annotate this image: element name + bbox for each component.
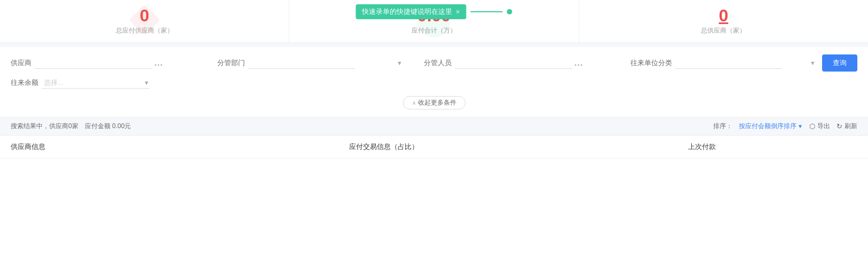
tooltip-close-button[interactable]: × [455,7,460,16]
collapse-button[interactable]: ∧ 收起更多条件 [403,96,465,109]
filter-supplier: 供应商 ... [11,57,196,69]
filter-manager: 分管人员 ... [424,57,609,69]
collapse-arrow-icon: ∧ [412,100,416,106]
query-button[interactable]: 查询 [822,54,857,72]
collapse-row: ∧ 收起更多条件 [11,94,857,114]
result-bar: 搜索结果中，供应商0家 应付金额 0.00元 排序： 按应付会额倒序排序 ▼ ⬡… [0,117,868,136]
unit-label: 往来单位分类 [630,58,672,68]
filter-unit: 往来单位分类 ▼ [630,57,816,69]
sort-label: 排序： [713,122,732,131]
balance-label: 往来余额 [11,78,38,88]
result-text2: 应付金额 0.00元 [85,122,131,131]
table-header: 供应商信息 应付交易信息（占比） 上次付款 [0,136,868,159]
result-text1: 搜索结果中，供应商0家 [11,122,78,131]
table-col-supplier-info: 供应商信息 [11,142,349,152]
table-col-last-payment: 上次付款 [688,142,857,152]
refresh-icon: ↻ [837,122,842,130]
supplier-label: 供应商 [11,58,31,68]
table-body [0,159,868,275]
result-info: 搜索结果中，供应商0家 应付金额 0.00元 [11,122,131,131]
unit-chevron-icon: ▼ [810,60,816,66]
manager-label: 分管人员 [424,58,452,68]
tooltip-dot [507,9,512,14]
export-button[interactable]: ⬡ 导出 [809,122,830,131]
refresh-label: 刷新 [845,122,857,131]
refresh-button[interactable]: ↻ 刷新 [837,122,857,131]
export-label: 导出 [817,122,830,131]
department-chevron-icon: ▼ [397,60,403,66]
table-col-transaction: 应付交易信息（占比） [349,142,688,152]
balance-input[interactable] [42,77,149,89]
sort-value-button[interactable]: 按应付会额倒序排序 ▼ [739,122,803,131]
rect-watermark [707,14,740,28]
tooltip-bubble: 快速录单的快捷键说明在这里 × [356,4,466,19]
manager-dots-button[interactable]: ... [574,58,583,68]
stats-bar: 0 总应付供应商（家） 米 快速录单的快捷键说明在这里 × 0.00 应付合计（… [0,0,868,43]
supplier-dots-button[interactable]: ... [154,58,163,68]
stats-item-all-suppliers: 0 总供应商（家） [579,0,868,42]
department-label: 分管部门 [217,58,245,68]
stats-item-suppliers: 0 总应付供应商（家） [0,0,289,42]
sort-chevron-icon: ▼ [798,123,803,129]
stats-item-total: 米 快速录单的快捷键说明在这里 × 0.00 应付合计（万） [289,0,579,42]
export-icon: ⬡ [809,122,815,130]
filter-row-2: 往来余额 ▼ [11,77,857,89]
tooltip-container: 快速录单的快捷键说明在这里 × [356,4,512,19]
tooltip-line [471,11,503,12]
unit-input[interactable] [675,57,782,69]
tooltip-text: 快速录单的快捷键说明在这里 [362,7,452,17]
manager-input[interactable] [455,57,572,69]
filter-row-1: 供应商 ... 分管部门 ▼ 分管人员 ... 往来单位分类 ▼ 查询 [11,54,857,72]
collapse-label: 收起更多条件 [418,98,456,107]
department-input[interactable] [248,57,355,69]
sort-value-text: 按应付会额倒序排序 [739,122,796,131]
filter-section: 供应商 ... 分管部门 ▼ 分管人员 ... 往来单位分类 ▼ 查询 [0,47,868,117]
supplier-input[interactable] [35,57,152,69]
filter-balance: 往来余额 ▼ [11,77,149,89]
filter-department: 分管部门 ▼ [217,57,403,69]
result-actions: 排序： 按应付会额倒序排序 ▼ ⬡ 导出 ↻ 刷新 [713,122,857,131]
